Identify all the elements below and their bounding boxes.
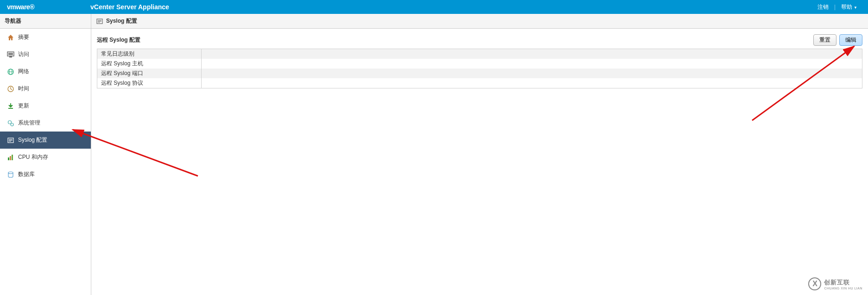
content-header: Syslog 配置 xyxy=(91,14,868,29)
watermark-text: 创新互联 xyxy=(824,278,862,287)
gears-icon xyxy=(7,119,14,127)
sidebar-item-database[interactable]: 数据库 xyxy=(0,166,91,183)
sidebar-item-access[interactable]: 访问 xyxy=(0,46,91,63)
table-row: 常见日志级别 xyxy=(97,49,862,59)
chart-icon xyxy=(7,154,14,161)
sidebar: 导航器 摘要 访问 网络 时间 xyxy=(0,14,91,295)
edit-button[interactable]: 编辑 xyxy=(839,34,862,46)
help-link[interactable]: 帮助▼ xyxy=(837,3,861,11)
sidebar-item-label: 摘要 xyxy=(18,33,29,41)
sidebar-item-label: CPU 和内存 xyxy=(18,153,48,161)
watermark-subtext: CHUANG XIN HU LIAN xyxy=(824,287,862,290)
monitor-icon xyxy=(7,51,14,58)
database-icon xyxy=(7,171,14,178)
home-icon xyxy=(7,34,14,41)
vmware-logo: vmware® xyxy=(7,3,90,11)
content-title: Syslog 配置 xyxy=(106,17,137,25)
svg-line-8 xyxy=(11,89,12,90)
reset-button[interactable]: 重置 xyxy=(813,34,836,46)
sidebar-item-update[interactable]: 更新 xyxy=(0,97,91,114)
row-label: 常见日志级别 xyxy=(97,49,202,59)
svg-rect-1 xyxy=(8,53,13,55)
row-value xyxy=(202,78,862,88)
app-title: vCenter Server Appliance xyxy=(90,3,169,11)
syslog-icon xyxy=(7,137,14,144)
table-row: 远程 Syslog 主机 xyxy=(97,59,862,69)
svg-point-11 xyxy=(11,123,13,126)
row-value xyxy=(202,59,862,69)
svg-rect-9 xyxy=(8,108,13,109)
config-table: 常见日志级别 远程 Syslog 主机 远程 Syslog 端口 远程 Sysl… xyxy=(97,49,862,88)
svg-rect-16 xyxy=(8,157,9,160)
sidebar-item-label: 时间 xyxy=(18,85,29,93)
top-bar: vmware® vCenter Server Appliance 注销 | 帮助… xyxy=(0,0,868,14)
sidebar-item-summary[interactable]: 摘要 xyxy=(0,29,91,46)
sidebar-item-time[interactable]: 时间 xyxy=(0,80,91,97)
row-label: 远程 Syslog 协议 xyxy=(97,78,202,88)
sidebar-item-label: 网络 xyxy=(18,68,29,75)
chevron-down-icon: ▼ xyxy=(854,6,857,10)
sidebar-item-label: Syslog 配置 xyxy=(18,136,47,144)
content-pane: Syslog 配置 远程 Syslog 配置 重置 编辑 常见日志级别 远程 S… xyxy=(91,14,868,295)
section-title: 远程 Syslog 配置 xyxy=(97,36,811,44)
sidebar-item-label: 访问 xyxy=(18,50,29,58)
svg-rect-2 xyxy=(9,56,12,57)
sidebar-item-network[interactable]: 网络 xyxy=(0,63,91,80)
download-icon xyxy=(7,102,14,110)
sidebar-item-administration[interactable]: 系统管理 xyxy=(0,114,91,132)
watermark: X 创新互联 CHUANG XIN HU LIAN xyxy=(808,277,862,290)
table-row: 远程 Syslog 端口 xyxy=(97,69,862,78)
sidebar-item-cpu-memory[interactable]: CPU 和内存 xyxy=(0,149,91,166)
sidebar-item-syslog[interactable]: Syslog 配置 xyxy=(0,132,91,149)
sidebar-item-label: 数据库 xyxy=(18,170,35,178)
svg-rect-18 xyxy=(12,155,13,160)
svg-point-10 xyxy=(8,120,12,124)
row-label: 远程 Syslog 端口 xyxy=(97,69,202,78)
syslog-icon xyxy=(96,18,103,25)
logout-link[interactable]: 注销 xyxy=(814,3,832,11)
sidebar-item-label: 更新 xyxy=(18,102,29,110)
watermark-logo-icon: X xyxy=(808,277,821,290)
sidebar-title: 导航器 xyxy=(0,14,91,29)
svg-rect-17 xyxy=(10,156,11,160)
separator: | xyxy=(832,4,837,10)
table-row: 远程 Syslog 协议 xyxy=(97,78,862,88)
svg-line-24 xyxy=(73,130,198,176)
row-label: 远程 Syslog 主机 xyxy=(97,59,202,69)
svg-point-19 xyxy=(8,172,13,174)
globe-icon xyxy=(7,68,14,75)
clock-icon xyxy=(7,85,14,93)
sidebar-item-label: 系统管理 xyxy=(18,119,40,127)
row-value xyxy=(202,49,862,59)
row-value xyxy=(202,69,862,78)
